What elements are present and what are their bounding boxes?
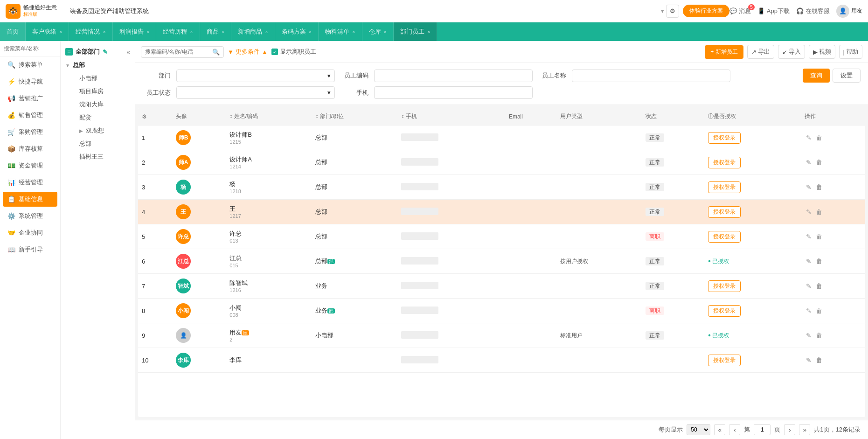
tab-add-goods[interactable]: 新增商品 ×: [231, 22, 275, 41]
sidebar-item-operation[interactable]: 📊 经营管理: [0, 174, 60, 191]
sidebar-search[interactable]: 🔍: [0, 41, 60, 56]
col-name[interactable]: ↕ 姓名/编码: [226, 108, 312, 125]
edit-button[interactable]: ✎: [805, 332, 813, 339]
delete-button[interactable]: 🗑: [814, 233, 824, 240]
dept-node-zongbu[interactable]: 总部: [72, 137, 135, 150]
close-icon[interactable]: ×: [265, 29, 268, 35]
edit-button[interactable]: ✎: [805, 258, 813, 265]
delete-button[interactable]: 🗑: [814, 332, 824, 339]
edit-button[interactable]: ✎: [805, 233, 813, 240]
close-icon[interactable]: ×: [427, 29, 430, 35]
dept-node-root[interactable]: ▼ 总部: [61, 59, 135, 72]
sidebar-item-cooperation[interactable]: 🤝 企业协同: [0, 224, 60, 241]
delete-button[interactable]: 🗑: [814, 282, 824, 290]
sidebar-item-system[interactable]: ⚙️ 系统管理: [0, 208, 60, 224]
close-icon[interactable]: ×: [222, 29, 224, 35]
close-icon[interactable]: ×: [352, 29, 355, 35]
sidebar-item-inventory[interactable]: 📦 库存核算: [0, 140, 60, 157]
status-filter-select[interactable]: ▾: [176, 86, 335, 99]
search-input[interactable]: [4, 45, 61, 52]
auth-button[interactable]: 授权登录: [708, 132, 741, 144]
experience-button[interactable]: 体验行业方案: [683, 5, 729, 17]
gear-button[interactable]: ⚙: [666, 5, 679, 18]
tab-home[interactable]: 首页: [0, 22, 26, 41]
employee-search-input[interactable]: [145, 49, 210, 55]
sidebar-item-search[interactable]: 🔍 搜索菜单: [0, 56, 60, 73]
help-button[interactable]: | 帮助: [839, 45, 862, 59]
tab-barcode[interactable]: 条码方案 ×: [275, 22, 319, 41]
sidebar-item-purchase[interactable]: 🛒 采购管理: [0, 124, 60, 140]
delete-button[interactable]: 🗑: [814, 183, 824, 191]
dept-node-shuanglu[interactable]: ▶双鹿想: [72, 124, 135, 137]
sidebar-item-shortcut[interactable]: ⚡ 快捷导航: [0, 73, 60, 90]
dropdown-arrow-icon[interactable]: ▾: [661, 7, 664, 14]
page-number-input[interactable]: [754, 424, 771, 435]
show-resigned-toggle[interactable]: ✓ 显示离职员工: [271, 48, 316, 56]
dept-node-xiaodian[interactable]: 小电部: [72, 72, 135, 85]
collapse-tree-icon[interactable]: «: [127, 49, 130, 56]
tab-warehouse[interactable]: 仓库 ×: [362, 22, 394, 41]
close-icon[interactable]: ×: [190, 29, 193, 35]
page-size-select[interactable]: 50 100 200: [687, 424, 710, 435]
close-icon[interactable]: ×: [146, 29, 149, 35]
auth-button[interactable]: 授权登录: [708, 305, 741, 317]
tab-goods[interactable]: 商品 ×: [200, 22, 231, 41]
delete-button[interactable]: 🗑: [814, 159, 824, 166]
emp-code-input[interactable]: [374, 70, 533, 82]
dept-node-chashuwang[interactable]: 插树王三: [72, 150, 135, 163]
auth-button[interactable]: 授权登录: [708, 355, 741, 366]
dept-filter-select[interactable]: ▾: [176, 70, 335, 82]
first-page-button[interactable]: «: [714, 424, 725, 435]
edit-button[interactable]: ✎: [805, 282, 813, 290]
last-page-button[interactable]: »: [799, 424, 810, 435]
next-page-button[interactable]: ›: [784, 424, 795, 435]
edit-button[interactable]: ✎: [805, 356, 813, 364]
online-service-button[interactable]: 🎧 在线客服: [796, 7, 830, 15]
prev-page-button[interactable]: ‹: [729, 424, 740, 435]
auth-button[interactable]: 授权登录: [708, 157, 741, 168]
app-download-button[interactable]: 📱 App下载: [757, 7, 790, 15]
auth-button[interactable]: 授权登录: [708, 206, 741, 218]
message-button[interactable]: 💬 消息 5: [729, 7, 751, 15]
delete-button[interactable]: 🗑: [814, 258, 824, 265]
tab-operation[interactable]: 经营情况 ×: [69, 22, 112, 41]
sidebar-item-finance[interactable]: 💵 资金管理: [0, 157, 60, 174]
query-button[interactable]: 查询: [803, 69, 830, 83]
close-icon[interactable]: ×: [309, 29, 312, 35]
close-icon[interactable]: ×: [103, 29, 105, 35]
edit-button[interactable]: ✎: [805, 134, 813, 141]
auth-button[interactable]: 授权登录: [708, 280, 741, 292]
close-icon[interactable]: ×: [384, 29, 387, 35]
sidebar-item-marketing[interactable]: 📢 营销推广: [0, 90, 60, 107]
emp-name-input[interactable]: [572, 70, 730, 82]
delete-button[interactable]: 🗑: [814, 356, 824, 364]
edit-button[interactable]: ✎: [805, 208, 813, 216]
edit-button[interactable]: ✎: [805, 159, 813, 166]
auth-button[interactable]: 授权登录: [708, 181, 741, 193]
edit-button[interactable]: ✎: [805, 307, 813, 314]
phone-input[interactable]: [374, 86, 533, 99]
delete-button[interactable]: 🗑: [814, 134, 824, 141]
dept-node-shenyang[interactable]: 沈阳大库: [72, 98, 135, 111]
sidebar-item-sales[interactable]: 💰 销售管理: [0, 107, 60, 124]
search-wrap[interactable]: 🔍: [141, 46, 224, 58]
edit-dept-icon[interactable]: ✎: [103, 49, 108, 56]
import-button[interactable]: ↙ 导入: [778, 45, 805, 59]
delete-button[interactable]: 🗑: [814, 208, 824, 216]
video-button[interactable]: ▶ 视频: [809, 45, 835, 59]
set-button[interactable]: 设置: [833, 69, 861, 83]
tab-profit[interactable]: 利润报告 ×: [113, 22, 156, 41]
dept-node-project[interactable]: 项目库房: [72, 85, 135, 98]
col-phone[interactable]: ↕ 手机: [397, 108, 505, 125]
tab-material[interactable]: 物料清单 ×: [319, 22, 362, 41]
col-dept[interactable]: ↕ 部门/职位: [312, 108, 397, 125]
tab-customer[interactable]: 客户联络 ×: [26, 22, 69, 41]
close-icon[interactable]: ×: [59, 29, 62, 35]
tab-department[interactable]: 部门员工 ×: [394, 22, 437, 41]
dept-node-peihu[interactable]: 配货: [72, 111, 135, 124]
export-button[interactable]: ↗ 导出: [747, 45, 774, 59]
user-avatar-button[interactable]: 👤 用友: [836, 5, 862, 18]
sidebar-item-basic[interactable]: 📋 基础信息: [3, 192, 57, 207]
delete-button[interactable]: 🗑: [814, 307, 824, 314]
col-settings[interactable]: ⚙: [138, 108, 172, 125]
